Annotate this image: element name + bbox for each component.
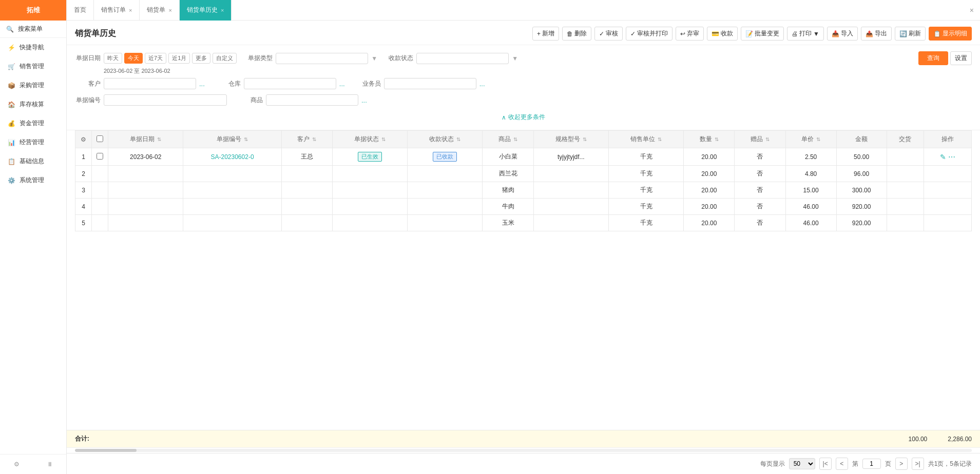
fund-label: 资金管理 xyxy=(20,119,44,128)
tab-sales-order-close[interactable]: × xyxy=(129,7,132,13)
th-customer[interactable]: 客户 ⇅ xyxy=(281,131,332,148)
print-button[interactable]: 🖨 打印 ▼ xyxy=(787,27,824,41)
date-btn-more[interactable]: 更多 xyxy=(192,53,210,64)
filter-customer-dots[interactable]: ... xyxy=(199,80,205,88)
tab-sales-goods-close[interactable]: × xyxy=(168,7,171,13)
table-row: 5 玉米 千克 20.00 否 46.00 920.00 xyxy=(75,215,972,231)
page-first-btn[interactable]: |< xyxy=(819,458,832,470)
filter-staff-dots[interactable]: ... xyxy=(479,80,485,88)
filter-goods-input[interactable] xyxy=(266,94,358,106)
show-detail-button[interactable]: 📋 显示明细 xyxy=(929,27,972,41)
receive-button[interactable]: 💳 收款 xyxy=(707,27,738,41)
refresh-label: 刷新 xyxy=(909,29,921,38)
cell-amount: 300.00 xyxy=(836,182,887,199)
th-quantity[interactable]: 数量 ⇅ xyxy=(684,131,735,148)
sidebar-item-search-menu[interactable]: 🔍 搜索菜单 xyxy=(0,21,66,38)
th-settings[interactable]: ⚙ xyxy=(75,131,92,148)
basic-info-icon: 📋 xyxy=(8,158,15,165)
cell-date: 2023-06-02 xyxy=(108,148,183,166)
tab-sales-history-close[interactable]: × xyxy=(221,7,224,13)
doc-no-link[interactable]: SA-20230602-0 xyxy=(211,153,254,161)
new-button[interactable]: + 新增 xyxy=(532,27,559,41)
page-last-btn[interactable]: >| xyxy=(912,458,924,470)
audit-print-label: 审核并打印 xyxy=(637,29,668,38)
topbar-close-all-btn[interactable]: × xyxy=(970,6,974,14)
th-doc-no[interactable]: 单据编号 ⇅ xyxy=(183,131,281,148)
batch-change-button[interactable]: 📝 批量变更 xyxy=(741,27,784,41)
date-btn-yesterday[interactable]: 昨天 xyxy=(104,53,122,64)
delete-button[interactable]: 🗑 删除 xyxy=(562,27,591,41)
th-doc-no-label: 单据编号 xyxy=(217,135,241,143)
filter-customer-input[interactable] xyxy=(104,78,196,89)
filter-staff-item: 业务员 ... xyxy=(355,78,485,89)
date-btn-custom[interactable]: 自定义 xyxy=(213,53,237,64)
sidebar-item-sys-mgmt[interactable]: ⚙️ 系统管理 xyxy=(0,171,66,190)
page-prev-btn[interactable]: < xyxy=(836,458,848,470)
settings-filter-button[interactable]: 设置 xyxy=(950,51,972,65)
th-unit[interactable]: 销售单位 ⇅ xyxy=(608,131,683,148)
th-payment-status[interactable]: 收款状态 ⇅ xyxy=(408,131,483,148)
sidebar-item-inventory[interactable]: 🏠 库存核算 xyxy=(0,95,66,114)
filter-doc-no-input[interactable] xyxy=(104,94,227,106)
sidebar-item-sales[interactable]: 🛒 销售管理 xyxy=(0,57,66,76)
filter-date-range-row: 2023-06-02 至 2023-06-02 xyxy=(104,67,972,75)
tab-sales-order[interactable]: 销售订单 × xyxy=(94,0,140,21)
sidebar-item-quick-nav[interactable]: ⚡ 快捷导航 xyxy=(0,38,66,57)
per-page-select[interactable]: 50 100 200 xyxy=(789,458,815,469)
select-all-checkbox[interactable] xyxy=(97,135,103,142)
export-button[interactable]: 📤 导出 xyxy=(861,27,892,41)
th-gift[interactable]: 赠品 ⇅ xyxy=(735,131,785,148)
sidebar-item-basic-info[interactable]: 📋 基础信息 xyxy=(0,152,66,171)
query-button[interactable]: 查询 xyxy=(918,51,948,65)
page-number-input[interactable]: 1 xyxy=(862,459,881,469)
horizontal-scrollbar[interactable] xyxy=(67,447,980,453)
filter-payment-status-input[interactable] xyxy=(416,53,509,64)
abandon-icon: ↩ xyxy=(680,30,685,37)
print-label: 打印 xyxy=(799,29,812,38)
filter-doc-no-label: 单据编号 xyxy=(75,96,101,105)
filter-doc-type-input[interactable] xyxy=(276,53,368,64)
sidebar-item-fund[interactable]: 💰 资金管理 xyxy=(0,114,66,133)
collapse-filter-btn[interactable]: ∧ 收起更多条件 xyxy=(75,111,972,124)
th-doc-status[interactable]: 单据状态 ⇅ xyxy=(332,131,407,148)
receive-label: 收款 xyxy=(721,29,733,38)
sidebar-bottom-settings-icon[interactable]: ⚙ xyxy=(10,459,24,470)
th-goods[interactable]: 商品 ⇅ xyxy=(483,131,533,148)
cell-goods: 玉米 xyxy=(483,215,533,231)
tab-sales-order-label: 销售订单 xyxy=(101,6,126,14)
search-menu-label: 搜索菜单 xyxy=(18,25,43,33)
sidebar-item-operation[interactable]: 📊 经营管理 xyxy=(0,133,66,152)
table-settings-icon[interactable]: ⚙ xyxy=(81,136,86,143)
th-spec[interactable]: 规格型号 ⇅ xyxy=(533,131,608,148)
cell-spec xyxy=(533,182,608,199)
filter-warehouse-input[interactable] xyxy=(244,78,336,89)
date-btn-1month[interactable]: 近1月 xyxy=(168,53,190,64)
filter-staff-input[interactable] xyxy=(384,78,476,89)
sidebar-bottom-collapse-icon[interactable]: ⏸ xyxy=(43,459,57,470)
refresh-button[interactable]: 🔄 刷新 xyxy=(895,27,926,41)
tab-home[interactable]: 首页 xyxy=(67,0,94,21)
more-action-icon[interactable]: ⋯ xyxy=(948,153,955,161)
audit-print-button[interactable]: ✓ 审核并打印 xyxy=(626,27,672,41)
tab-sales-goods[interactable]: 销货单 × xyxy=(140,0,179,21)
date-btn-7days[interactable]: 近7天 xyxy=(145,53,166,64)
import-button[interactable]: 📥 导入 xyxy=(827,27,858,41)
page-title: 销货单历史 xyxy=(75,28,116,39)
tab-sales-history[interactable]: 销货单历史 × xyxy=(180,0,232,21)
cell-no: 3 xyxy=(75,182,92,199)
sidebar-item-purchase[interactable]: 📦 采购管理 xyxy=(0,76,66,95)
row-checkbox[interactable] xyxy=(97,153,103,160)
audit-button[interactable]: ✓ 审核 xyxy=(594,27,623,41)
filter-warehouse-dots[interactable]: ... xyxy=(339,80,345,88)
abandon-button[interactable]: ↩ 弃审 xyxy=(676,27,704,41)
cell-customer xyxy=(281,182,332,199)
page-next-btn[interactable]: > xyxy=(895,458,908,470)
th-date[interactable]: 单据日期 ⇅ xyxy=(108,131,183,148)
filter-goods-dots[interactable]: ... xyxy=(361,96,367,104)
date-btn-today[interactable]: 今天 xyxy=(124,53,143,64)
filter-goods-label: 商品 xyxy=(237,96,263,105)
inventory-icon: 🏠 xyxy=(8,101,15,108)
edit-action-icon[interactable]: ✎ xyxy=(940,153,946,161)
th-price[interactable]: 单价 ⇅ xyxy=(785,131,836,148)
scrollbar-thumb[interactable] xyxy=(75,449,137,452)
